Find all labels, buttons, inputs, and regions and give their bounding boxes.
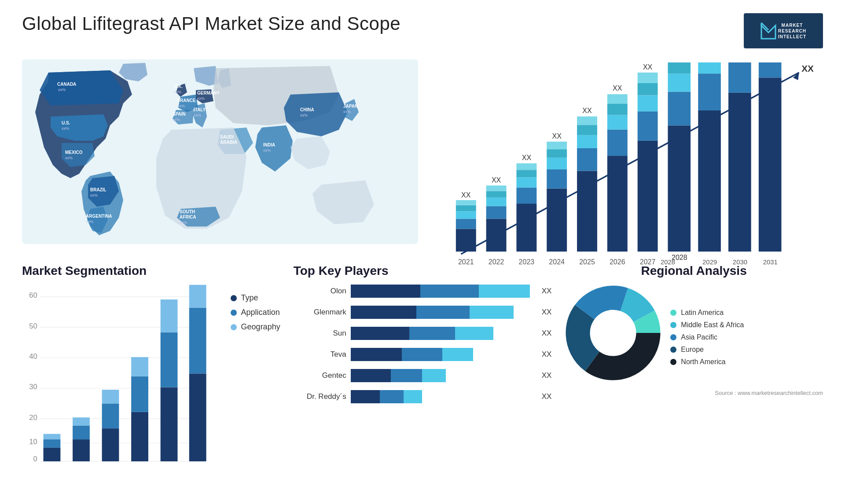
svg-text:SAUDI: SAUDI	[220, 135, 234, 139]
svg-text:JAPAN: JAPAN	[343, 104, 358, 109]
svg-text:INDIA: INDIA	[263, 142, 275, 147]
svg-text:30: 30	[29, 383, 37, 391]
svg-text:BRAZIL: BRAZIL	[90, 187, 107, 192]
bar-seg3	[404, 390, 422, 403]
svg-text:2025: 2025	[579, 258, 595, 266]
svg-rect-129	[131, 376, 148, 412]
bar-seg1	[351, 327, 409, 340]
bar-chart-section: XX XX 2021 XX 2	[427, 57, 823, 280]
svg-rect-121	[44, 434, 61, 439]
svg-rect-120	[44, 439, 61, 448]
reg-legend-mea: Middle East & Africa	[670, 321, 744, 329]
bar-seg1	[351, 306, 417, 319]
apac-dot	[670, 334, 676, 340]
svg-rect-91	[668, 62, 691, 73]
latin-dot	[670, 310, 676, 316]
na-label: North America	[681, 358, 725, 366]
reg-legend-apac: Asia Pacific	[670, 333, 744, 341]
svg-text:SOUTH: SOUTH	[180, 209, 195, 214]
svg-rect-125	[102, 428, 119, 461]
svg-rect-136	[189, 285, 206, 308]
player-bar-drreddy	[351, 390, 534, 403]
player-name-teva: Teva	[294, 350, 346, 359]
svg-text:2024: 2024	[132, 466, 147, 467]
player-label-drreddy: XX	[538, 392, 552, 401]
svg-text:XX: XX	[582, 106, 592, 114]
page-title: Global Lifitegrast API Market Size and S…	[22, 13, 400, 34]
svg-text:2030: 2030	[733, 259, 747, 266]
player-bar-glenmark	[351, 306, 534, 319]
svg-text:SPAIN: SPAIN	[173, 112, 186, 117]
application-dot	[231, 310, 237, 316]
svg-rect-126	[102, 404, 119, 428]
bar-seg2	[409, 327, 455, 340]
svg-rect-119	[44, 448, 61, 461]
legend-application: Application	[231, 308, 280, 317]
svg-text:xx%: xx%	[197, 96, 205, 101]
logo-m-icon	[760, 22, 776, 40]
bar-seg1	[351, 390, 380, 403]
svg-text:2026: 2026	[190, 466, 205, 467]
mea-dot	[670, 322, 676, 328]
svg-rect-82	[638, 111, 658, 141]
svg-rect-124	[73, 417, 90, 426]
key-players-section: Top Key Players Olon XX Glenm	[294, 264, 552, 504]
svg-text:XX: XX	[522, 153, 532, 161]
bar-seg1	[351, 369, 391, 382]
world-map-container: CANADA xx% U.S. xx% MEXICO xx% BRAZIL xx…	[22, 57, 418, 246]
svg-rect-67	[577, 171, 597, 252]
svg-text:2021: 2021	[458, 258, 474, 266]
na-dot	[670, 359, 676, 365]
mea-label: Middle East & Africa	[681, 321, 744, 329]
svg-text:50: 50	[29, 322, 37, 330]
reg-legend-latin: Latin America	[670, 309, 744, 317]
svg-rect-103	[759, 62, 782, 77]
svg-rect-128	[131, 412, 148, 461]
svg-text:U.K.: U.K.	[174, 84, 183, 89]
world-map-svg: CANADA xx% U.S. xx% MEXICO xx% BRAZIL xx…	[22, 57, 418, 246]
svg-rect-123	[73, 426, 90, 439]
svg-text:2022: 2022	[489, 258, 504, 266]
svg-rect-83	[638, 95, 658, 112]
players-list: Olon XX Glenmark	[294, 285, 552, 403]
svg-rect-70	[577, 125, 597, 135]
svg-rect-53	[516, 204, 536, 252]
donut-chart-svg	[565, 285, 661, 381]
svg-rect-40	[456, 219, 476, 229]
svg-rect-71	[577, 117, 597, 125]
player-row-glenmark: Glenmark XX	[294, 306, 552, 319]
logo-area: MARKET RESEARCH INTELLECT	[744, 13, 823, 48]
logo-box: MARKET RESEARCH INTELLECT	[744, 13, 823, 48]
svg-rect-102	[759, 77, 782, 252]
svg-rect-131	[161, 387, 178, 461]
svg-text:xx%: xx%	[263, 148, 271, 153]
svg-text:XX: XX	[461, 191, 471, 199]
svg-rect-97	[698, 62, 721, 73]
svg-rect-127	[102, 390, 119, 404]
svg-rect-74	[607, 156, 628, 252]
svg-text:XX: XX	[552, 132, 562, 140]
bar-seg1	[351, 348, 402, 361]
bar-seg2	[402, 348, 442, 361]
svg-rect-49	[486, 191, 507, 197]
svg-rect-132	[161, 332, 178, 387]
logo-text-line3: INTELLECT	[778, 34, 806, 40]
bar-seg3	[479, 285, 530, 298]
player-label-gentec: XX	[538, 371, 552, 380]
svg-text:XX: XX	[643, 63, 653, 71]
svg-text:AFRICA: AFRICA	[180, 215, 196, 219]
svg-text:xx%: xx%	[90, 193, 98, 197]
svg-rect-64	[547, 142, 567, 149]
segmentation-section: Market Segmentation 60 50 40 30 20 10 0	[22, 264, 280, 504]
bar-seg2	[416, 306, 470, 319]
legend-geography: Geography	[231, 322, 280, 332]
svg-text:40: 40	[29, 352, 37, 361]
bar-seg2	[420, 285, 479, 298]
svg-rect-60	[547, 189, 567, 252]
svg-rect-81	[638, 141, 658, 252]
bar-seg1	[351, 285, 420, 298]
svg-text:2028: 2028	[661, 259, 675, 266]
legend-geography-label: Geography	[241, 322, 280, 332]
svg-text:XX: XX	[801, 63, 814, 73]
svg-text:20: 20	[29, 413, 37, 422]
